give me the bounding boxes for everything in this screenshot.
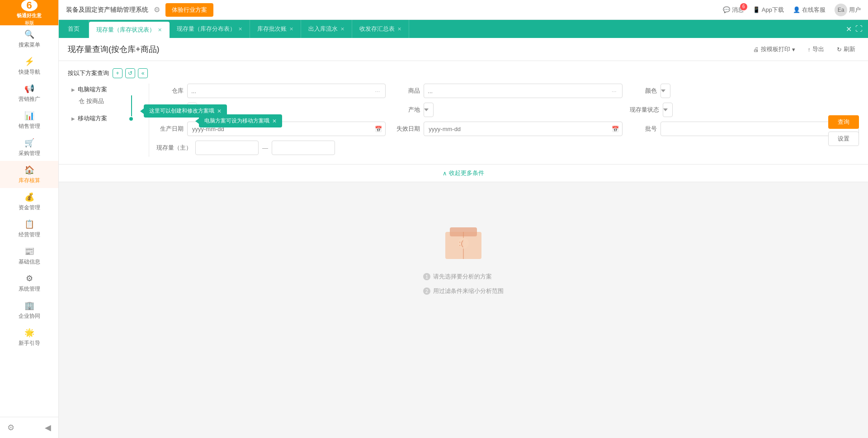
sidebar-bottom: ⚙ ◀ [0,417,58,438]
tab-in-out-flow-label: 出入库流水 [308,25,338,33]
calendar-icon-2[interactable]: 📅 [612,126,619,132]
empty-tip2: 用过滤条件来缩小分析范围 [433,285,504,297]
logo-icon: 6 [21,0,38,11]
sidebar-item-guide[interactable]: 🌟 新手引导 [0,324,58,351]
scheme-tooltip-text: 电脑方案可设为移动方案哦 [204,117,269,125]
add-scheme-btn[interactable]: + [113,68,123,78]
sidebar-item-inventory[interactable]: 🏠 库存核算 [0,161,58,188]
query-buttons: 查询 设置 [828,115,859,146]
sidebar-label: 搜索菜单 [19,41,40,49]
page-title: 现存量查询(按仓库+商品) [68,44,160,55]
sidebar-item-quick-nav[interactable]: ⚡ 快捷导航 [0,52,58,80]
system-icon: ⚙ [26,273,33,283]
collapse-bar[interactable]: ∧ 收起更多条件 [59,165,868,182]
industry-btn[interactable]: 体验行业方案 [165,3,213,17]
goods-label: 商品 [393,87,420,95]
edit-tooltip: 这里可以创建和修改方案哦 ✕ [144,104,227,118]
scheme-desktop-sub[interactable]: 仓 按商品 [68,95,145,107]
collapse-label: 收起更多条件 [449,169,484,177]
sidebar-item-sales[interactable]: 📊 销售管理 [0,107,58,134]
scheme-tooltip-close[interactable]: ✕ [272,118,277,124]
calendar-icon[interactable]: 📅 [375,126,382,132]
online-service-item[interactable]: 👤 在线客服 [793,6,826,14]
stock-qty-min-input[interactable] [195,141,259,155]
collapse-sidebar-icon[interactable]: ◀ [45,423,51,433]
empty-state: :( 1 请先选择要分析的方案 2 用过滤条件来缩小分析范围 [59,182,868,333]
sidebar-item-finance[interactable]: 💰 资金管理 [0,188,58,215]
tab-home[interactable]: 首页 [59,20,89,38]
reset-btn[interactable]: 设置 [828,132,859,146]
stock-qty-max-input[interactable] [272,141,335,155]
app-logo: 6 畅通好生意 标版 [0,0,58,25]
tab-close-icon[interactable]: ✕ [340,26,344,32]
tooltip-arrow [140,108,144,114]
warehouse-input[interactable] [191,84,373,98]
tab-close-icon[interactable]: ✕ [289,26,293,32]
tooltip-arrow [195,118,199,124]
color-select-wrap [660,84,859,98]
scheme-desktop[interactable]: ▶ 电脑端方案 [68,84,145,95]
scheme-arrow-right: ▶ [71,87,75,92]
refresh-scheme-btn[interactable]: ↺ [125,68,135,78]
search-icon: 🔍 [24,29,34,39]
sidebar-item-operations[interactable]: 📋 经营管理 [0,215,58,242]
sidebar-label: 快捷导航 [19,68,40,76]
filter-header: 按以下方案查询 + ↺ « 电脑方案可设为移动方案哦 ✕ [68,68,859,78]
color-select[interactable] [660,84,670,98]
online-service-label: 在线客服 [802,6,826,14]
top-header: 装备及固定资产辅助管理系统 ⚙ 体验行业方案 💬 消息 6 📱 App下载 👤 … [59,0,868,20]
basic-icon: 📰 [24,246,34,256]
sidebar-item-enterprise[interactable]: 🏢 企业协同 [0,297,58,324]
tab-home-label: 首页 [68,25,80,33]
tab-close-icon[interactable]: ✕ [397,26,401,32]
produce-date-label: 生产日期 [156,125,184,133]
color-field: 颜色 [630,84,859,98]
lightning-icon: ⚡ [24,57,34,66]
search-btn[interactable]: 查询 [828,115,859,129]
page-actions: 🖨 按模板打印 ▾ ↑ 导出 ↻ 刷新 [750,43,859,55]
sales-icon: 📊 [24,111,34,121]
batch-no-field: 批号 [630,122,859,136]
sidebar-item-system[interactable]: ⚙ 系统管理 [0,269,58,297]
user-avatar-item[interactable]: Ea 用户 [835,4,861,16]
tab-in-out-flow[interactable]: 出入库流水 ✕ [301,20,352,38]
scheme-list-panel: ▶ 电脑端方案 这里可以创建和修改方案哦 ✕ 仓 按商品 [68,84,149,157]
sidebar-item-purchase[interactable]: 🛒 采购管理 [0,134,58,161]
goods-input[interactable] [428,84,609,98]
origin-field: 产地 [393,103,622,117]
app-download-item[interactable]: 📱 App下载 [753,6,784,14]
tab-batch-account[interactable]: 库存批次账 ✕ [250,20,301,38]
expire-date-input[interactable] [424,122,622,136]
settings-gear-icon[interactable]: ⚙ [154,5,160,14]
tab-inventory-dist[interactable]: 现存量（库存分布表） ✕ [170,20,250,38]
inventory-icon: 🏠 [24,165,34,175]
refresh-btn[interactable]: ↻ 刷新 [833,43,859,55]
message-icon-item[interactable]: 💬 消息 6 [723,6,744,14]
tab-close-icon[interactable]: ✕ [158,27,162,33]
tab-collect-summary-label: 收发存汇总表 [359,25,395,33]
sidebar-item-marketing[interactable]: 📢 营销推广 [0,80,58,107]
tab-collect-summary[interactable]: 收发存汇总表 ✕ [352,20,409,38]
goods-dots-icon[interactable]: ··· [610,88,618,94]
finance-icon: 💰 [24,192,34,202]
range-dash: — [262,145,268,151]
back-scheme-btn[interactable]: « [138,68,148,78]
warehouse-dots-icon[interactable]: ··· [373,88,382,94]
print-icon: 🖨 [753,46,759,53]
export-btn[interactable]: ↑ 导出 [804,43,828,55]
stock-status-select[interactable] [663,103,673,117]
tab-fullscreen-icon[interactable]: ⛶ [855,25,863,33]
tab-close-icon[interactable]: ✕ [238,26,242,32]
edit-tooltip-close[interactable]: ✕ [217,108,222,114]
tab-close-all-icon[interactable]: ✕ [846,25,852,33]
tab-bar-right: ✕ ⛶ [846,25,868,33]
origin-select[interactable] [424,103,434,117]
settings-bottom-icon[interactable]: ⚙ [7,423,14,433]
page-header: 现存量查询(按仓库+商品) 🖨 按模板打印 ▾ ↑ 导出 ↻ 刷新 [59,38,868,61]
sidebar-item-basic[interactable]: 📰 基础信息 [0,242,58,269]
service-icon: 👤 [793,6,800,13]
template-print-btn[interactable]: 🖨 按模板打印 ▾ [750,43,799,55]
tab-inventory-status[interactable]: 现存量（库存状况表） ✕ [89,22,170,38]
sidebar-item-search-menu[interactable]: 🔍 搜索菜单 [0,25,58,52]
tip-num-1: 1 [423,273,430,280]
